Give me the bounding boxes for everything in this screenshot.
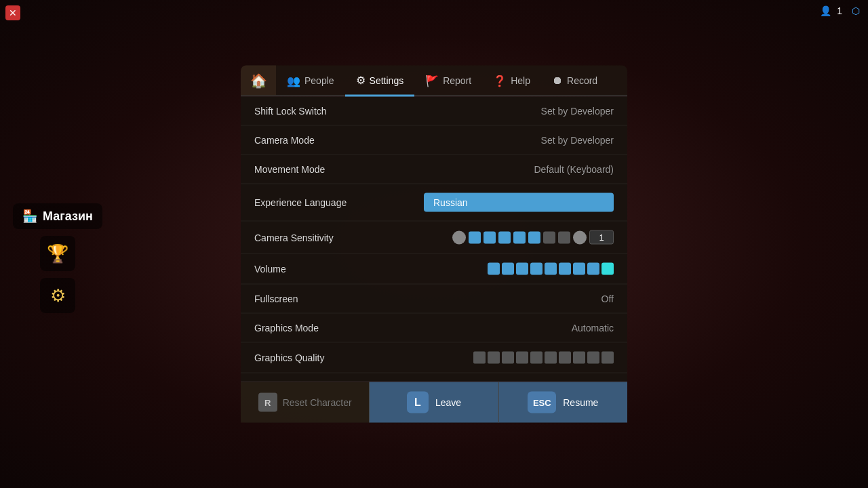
gq-6 [545,352,557,364]
left-panel: 🏪 Магазин 🏆 ⚙ [0,0,115,488]
store-badge: 🏪 Магазин [13,203,102,229]
people-tab-icon: 👥 [287,74,300,87]
gq-2 [488,352,500,364]
report-tab-icon: 🚩 [425,74,439,87]
volume-slider[interactable] [488,263,614,275]
help-tab-label: Help [511,75,530,86]
tab-settings[interactable]: ⚙ Settings [345,66,415,97]
vol-4 [530,263,542,275]
settings-tab-label: Settings [370,75,404,85]
leave-key-label: L [414,396,421,409]
vol-7 [573,263,585,275]
setting-performance-stats: Performance Stats Off [241,373,627,382]
tab-record[interactable]: ⏺ Record [541,66,608,96]
fullscreen-value: Off [601,293,614,304]
sens-block-1 [469,231,481,243]
reset-label: Reset Character [283,397,352,408]
gq-10 [601,352,614,364]
sens-block-4 [513,231,526,243]
sensitivity-control [452,230,614,245]
vol-8 [587,263,599,275]
gq-9 [587,352,599,364]
movement-mode-label: Movement Mode [254,164,325,175]
tab-help[interactable]: ❓ Help [482,66,541,96]
gq-4 [516,352,528,364]
setting-experience-language: Experience Language Russian [241,184,627,222]
sens-block-3 [498,231,511,243]
close-button[interactable]: ✕ [5,5,20,20]
settings-icon-btn[interactable]: ⚙ [40,278,75,313]
store-label: Магазин [43,209,93,224]
settings-tab-icon: ⚙ [356,74,366,87]
vol-2 [502,263,514,275]
home-icon: 🏠 [250,73,267,89]
setting-fullscreen: Fullscreen Off [241,285,627,314]
settings-content: Shift Lock Switch Set by Developer Camer… [241,97,627,382]
graphics-quality-label: Graphics Quality [254,352,324,363]
bottom-bar: R Reset Character L Leave ESC Resume [241,382,627,423]
reset-key-badge: R [258,393,277,412]
camera-mode-value: Set by Developer [541,135,614,146]
fullscreen-label: Fullscreen [254,293,298,304]
tab-people[interactable]: 👥 People [276,66,345,96]
leave-button[interactable]: L Leave [370,382,498,423]
setting-movement-mode: Movement Mode Default (Keyboard) [241,155,627,184]
setting-shift-lock: Shift Lock Switch Set by Developer [241,97,627,126]
help-tab-icon: ❓ [493,74,507,87]
resume-label: Resume [563,397,598,408]
resume-button[interactable]: ESC Resume [499,382,627,423]
graphics-mode-label: Graphics Mode [254,323,319,333]
setting-camera-mode: Camera Mode Set by Developer [241,126,627,155]
tab-bar: 🏠 👥 People ⚙ Settings 🚩 Report ❓ Help ⏺ … [241,66,627,97]
people-tab-label: People [304,75,334,86]
gq-3 [502,352,514,364]
language-dropdown[interactable]: Russian [424,193,614,212]
language-value: Russian [433,197,468,208]
leave-key-badge: L [407,392,429,413]
leave-label: Leave [435,397,461,408]
top-right-info: 👤 1 ⬡ [820,5,860,16]
setting-camera-sensitivity: Camera Sensitivity [241,222,627,254]
gq-5 [530,352,542,364]
robux-icon: ⬡ [852,5,860,16]
shift-lock-value: Set by Developer [541,106,614,117]
record-tab-icon: ⏺ [552,75,563,87]
reset-key-label: R [264,397,271,407]
sens-slider-left [452,230,466,244]
sens-block-7 [558,231,570,243]
sens-block-5 [528,231,540,243]
graphics-quality-slider[interactable] [473,352,614,364]
player-icon: 👤 [820,5,831,16]
gq-8 [573,352,585,364]
vol-1 [488,263,500,275]
shift-lock-label: Shift Lock Switch [254,106,327,117]
trophy-icon-btn[interactable]: 🏆 [40,236,75,271]
vol-5 [545,263,557,275]
gq-7 [559,352,571,364]
sensitivity-input[interactable] [589,230,614,245]
vol-9 [601,263,614,275]
sens-block-6 [543,231,555,243]
camera-sensitivity-label: Camera Sensitivity [254,232,334,243]
settings-dialog: 🏠 👥 People ⚙ Settings 🚩 Report ❓ Help ⏺ … [241,66,627,423]
store-icon: 🏪 [22,209,37,224]
record-tab-label: Record [567,75,597,86]
report-tab-label: Report [443,75,471,86]
reset-character-button: R Reset Character [241,382,370,423]
volume-label: Volume [254,264,286,274]
experience-lang-label: Experience Language [254,197,347,208]
sens-slider-right [573,230,587,244]
vol-3 [516,263,528,275]
resume-key-label: ESC [533,397,551,407]
setting-graphics-mode: Graphics Mode Automatic [241,314,627,343]
tab-report[interactable]: 🚩 Report [414,66,482,96]
resume-key-badge: ESC [528,392,556,413]
tab-home[interactable]: 🏠 [241,66,276,96]
sens-block-2 [484,231,496,243]
movement-mode-value: Default (Keyboard) [534,164,614,175]
setting-volume: Volume [241,254,627,285]
camera-mode-label: Camera Mode [254,135,315,146]
graphics-mode-value: Automatic [572,323,614,333]
setting-graphics-quality: Graphics Quality [241,343,627,373]
gq-1 [473,352,486,364]
